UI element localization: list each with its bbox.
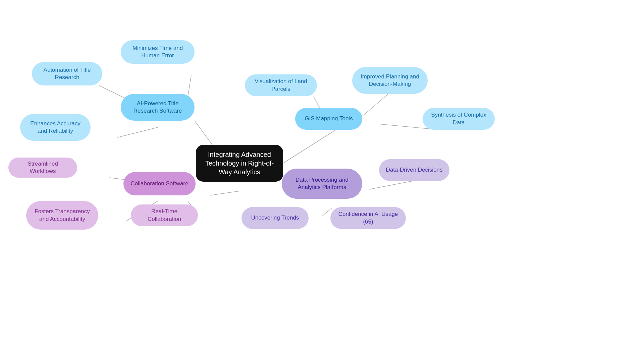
realtime-col-node: Real-Time Collaboration	[131, 204, 198, 226]
confidence-ai-node: Confidence in AI Usage (65)	[330, 207, 406, 229]
foster-trans-node: Fosters Transparency and Accountability	[26, 201, 98, 230]
center-node: Integrating Advanced Technology in Right…	[196, 145, 283, 182]
svg-line-6	[359, 90, 392, 119]
vis-land-node: Visualization of Land Parcels	[245, 74, 317, 96]
uncover-trends-node: Uncovering Trends	[241, 207, 309, 229]
data-platform-node: Data Processing and Analytics Platforms	[282, 169, 362, 199]
svg-line-8	[210, 191, 239, 195]
svg-line-4	[283, 130, 335, 163]
collab-node: Collaboration Software	[123, 172, 196, 195]
stream-work-node: Streamlined Workflows	[8, 158, 77, 178]
ai-title-node: AI-Powered Title Research Software	[121, 94, 195, 121]
svg-line-3	[117, 127, 158, 137]
improved-plan-node: Improved Planning and Decision-Making	[352, 67, 428, 94]
auto-title-node: Automation of Title Research	[32, 62, 102, 85]
synth-complex-node: Synthesis of Complex Data	[423, 108, 495, 130]
svg-line-13	[369, 181, 413, 189]
data-driven-node: Data-Driven Decisions	[379, 159, 449, 181]
enhance-acc-node: Enhances Accuracy and Reliability	[20, 114, 91, 141]
gis-node: GIS Mapping Tools	[295, 108, 362, 130]
min-time-node: Minimizes Time and Human Error	[121, 40, 195, 64]
